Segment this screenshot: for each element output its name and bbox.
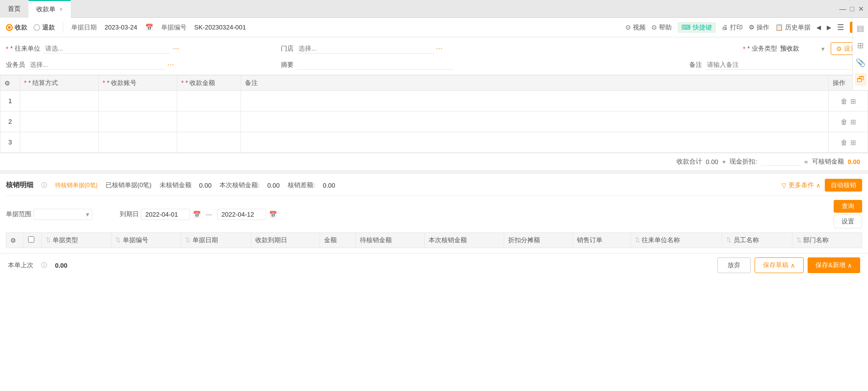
store-more-icon[interactable]: ··· — [436, 44, 442, 53]
row-2-remark[interactable] — [241, 112, 829, 132]
amount-header: 金额 — [324, 236, 337, 244]
discount-input[interactable] — [761, 158, 800, 166]
row-3-copy-icon[interactable]: ⊞ — [850, 139, 856, 146]
row-1-account[interactable] — [99, 91, 177, 112]
biz-type-dropdown-icon[interactable]: ▾ — [821, 45, 825, 53]
help-icon: ⊙ — [651, 24, 657, 31]
radio-collection[interactable]: 收款 — [6, 23, 27, 32]
remark-input[interactable] — [705, 60, 862, 70]
payment-type-group: 收款 退款 — [6, 23, 55, 32]
list-view-btn[interactable]: ☰ — [837, 23, 844, 32]
auto-hexiao-btn[interactable]: 自动核销 — [825, 179, 862, 192]
tab-home[interactable]: 首页 — [0, 0, 28, 18]
abandon-btn[interactable]: 放弃 — [717, 257, 751, 273]
range-select[interactable] — [33, 209, 92, 220]
calendar-icon[interactable]: 📅 — [145, 24, 153, 31]
cal-to-icon[interactable]: 📅 — [269, 211, 277, 218]
sidebar-icon-3[interactable]: 📎 — [854, 56, 868, 69]
sidebar-icon-1[interactable]: ▤ — [855, 22, 866, 35]
next-btn[interactable]: ▶ — [827, 24, 831, 31]
hexiao-info-icon[interactable]: ⓘ — [41, 181, 47, 190]
row-1-delete-icon[interactable]: 🗑 — [841, 97, 847, 105]
bill-no-label: 单据编号 — [161, 23, 187, 32]
maximize-icon[interactable]: □ — [850, 5, 854, 13]
video-btn[interactable]: ⊙ 视频 — [625, 23, 646, 32]
counterpart-more-icon[interactable]: ··· — [173, 44, 179, 53]
history-btn[interactable]: 📋 历史单据 — [775, 23, 811, 32]
help-btn[interactable]: ⊙ 帮助 — [651, 23, 672, 32]
radio-return[interactable]: 退款 — [33, 23, 55, 32]
video-label: 视频 — [633, 23, 646, 32]
bth-due-date: 收款到期日 — [251, 233, 320, 248]
bth-settings[interactable]: ⚙ — [6, 233, 24, 248]
print-btn[interactable]: 🖨 打印 — [722, 23, 743, 32]
range-select-wrapper — [33, 209, 92, 220]
operations-label: 操作 — [757, 23, 769, 32]
hexiao-settings-btn[interactable]: 设置 — [834, 215, 862, 228]
row-2-settlement[interactable] — [20, 112, 99, 132]
row-num-2: 2 — [0, 112, 20, 132]
row-3-settlement[interactable] — [20, 132, 99, 153]
row-3-remark[interactable] — [241, 132, 829, 153]
unchecked-label: 未核销金额 — [160, 181, 191, 190]
salesperson-more-icon[interactable]: ··· — [167, 60, 174, 69]
hexiao-done-tab[interactable]: 已核销单据(0笔) — [106, 181, 152, 190]
row-2-account[interactable] — [99, 112, 177, 132]
shortcut-btn[interactable]: ⌨ 快捷键 — [678, 22, 716, 33]
bill-no-header: 单据编号 — [123, 236, 148, 244]
counterpart-header: 往来单位名称 — [642, 236, 680, 244]
counterpart-input[interactable] — [43, 44, 171, 54]
summary-row: 收款合计 0.00 + 现金折扣: = 可核销金额 0.00 — [0, 153, 868, 170]
th-settlement: * * 结算方式 — [20, 76, 99, 91]
row-1-copy-icon[interactable]: ⊞ — [850, 97, 856, 105]
row-1-settlement[interactable] — [20, 91, 99, 112]
row-2-ops: 🗑 ⊞ — [829, 112, 868, 132]
store-input[interactable] — [297, 44, 434, 54]
bth-checkbox[interactable] — [24, 233, 42, 248]
hexiao-pending-tab[interactable]: 待核销单据(0笔) — [55, 181, 98, 190]
table-header-row: ⚙ * * 结算方式 * * 收款账号 * * 收款金额 — [0, 76, 868, 91]
row-2-copy-icon[interactable]: ⊞ — [850, 118, 856, 126]
biz-type-label: * 业务类型 — [747, 44, 777, 53]
row-1-amount[interactable] — [177, 91, 241, 112]
salesperson-input[interactable] — [28, 60, 165, 70]
save-draft-btn[interactable]: 保存草稿 ∧ — [755, 257, 804, 273]
tab-close-icon[interactable]: × — [59, 6, 63, 13]
date-from-input[interactable] — [141, 209, 190, 220]
date-to-input[interactable] — [217, 209, 266, 220]
table-row: 1 🗑 ⊞ — [0, 91, 868, 112]
query-btn-label: 查询 — [841, 202, 854, 210]
row-2-amount[interactable] — [177, 112, 241, 132]
toolbar-divider-1 — [63, 23, 63, 32]
range-label: 单据范围 — [6, 210, 31, 219]
footer-info-icon[interactable]: ⓘ — [41, 261, 47, 270]
history-icon: 📋 — [775, 24, 783, 31]
sort-icon-bill-no: ⇅ — [115, 236, 121, 244]
operations-btn[interactable]: ⚙ 操作 — [749, 23, 769, 32]
bill-date-value: 2023-03-24 — [105, 24, 137, 31]
bth-employee: ⇅ 员工名称 — [722, 233, 792, 248]
row-3-account[interactable] — [99, 132, 177, 153]
sidebar-icon-2[interactable]: ⊞ — [855, 39, 866, 52]
minimize-icon[interactable]: — — [840, 5, 846, 13]
sidebar-icon-4[interactable]: 🗗 — [855, 73, 867, 86]
tab-active[interactable]: 收款单 × — [28, 0, 71, 18]
row-1-remark[interactable] — [241, 91, 829, 112]
save-new-btn[interactable]: 保存&新增 ∧ — [808, 257, 860, 273]
close-window-icon[interactable]: ✕ — [858, 5, 864, 13]
cal-from-icon[interactable]: 📅 — [193, 211, 201, 218]
row-3-delete-icon[interactable]: 🗑 — [841, 139, 847, 146]
summary-input[interactable] — [297, 60, 454, 70]
discount-label: 现金折扣: — [730, 157, 757, 166]
row-2-delete-icon[interactable]: 🗑 — [841, 118, 847, 126]
hexiao-header: 核销明细 ⓘ 待核销单据(0笔) 已核销单据(0笔) 未核销金额 0.00 本次… — [6, 179, 862, 192]
total-label: 收款合计 — [677, 157, 702, 166]
more-conditions-btn[interactable]: ▽ 更多条件 ∧ — [782, 181, 821, 190]
query-btn[interactable]: 查询 — [834, 200, 862, 213]
select-all-checkbox[interactable] — [28, 236, 34, 243]
form-row-2: 业务员 ··· 摘要 备注 — [6, 60, 862, 70]
row-3-amount[interactable] — [177, 132, 241, 153]
prev-btn[interactable]: ◀ — [816, 24, 821, 31]
th-settings[interactable]: ⚙ — [0, 76, 20, 91]
counterpart-field: * * 往来单位 ··· — [6, 44, 261, 54]
